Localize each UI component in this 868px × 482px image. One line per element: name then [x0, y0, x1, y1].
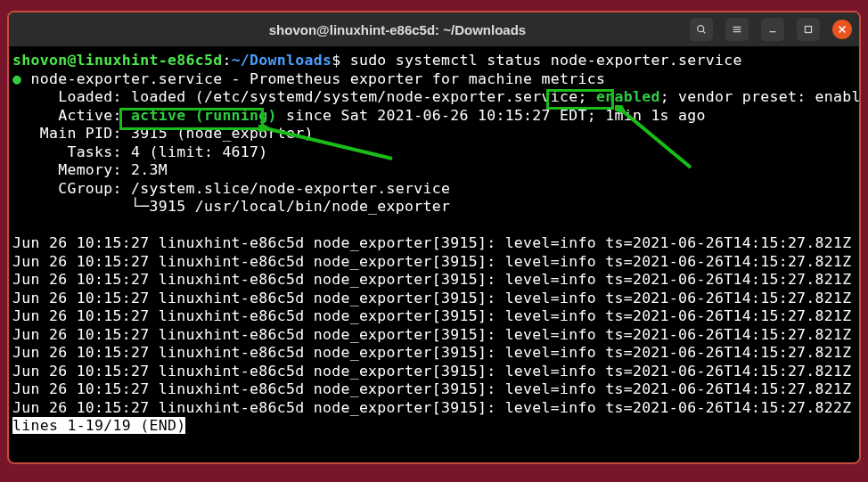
- log-line: Jun 26 10:15:27 linuxhint-e86c5d node_ex…: [12, 344, 859, 361]
- cgroup-line: CGroup: /system.slice/node-exporter.serv…: [12, 180, 450, 197]
- log-line: Jun 26 10:15:27 linuxhint-e86c5d node_ex…: [12, 326, 859, 343]
- loaded-pre: loaded (/etc/systemd/system/node-exporte…: [131, 88, 596, 105]
- active-since: since Sat 2021-06-26 10:15:27 EDT; 1min …: [277, 107, 706, 124]
- log-line: Jun 26 10:15:27 linuxhint-e86c5d node_ex…: [12, 290, 859, 306]
- log-line: Jun 26 10:15:27 linuxhint-e86c5d node_ex…: [12, 271, 859, 288]
- log-line: Jun 26 10:15:27 linuxhint-e86c5d node_ex…: [12, 234, 859, 251]
- loaded-post: ; vendor preset: enabled): [660, 88, 859, 105]
- pager-status: lines 1-19/19 (END): [12, 417, 185, 434]
- svg-point-0: [698, 26, 704, 32]
- status-bullet: ●: [12, 70, 21, 87]
- prompt-user-host: shovon@linuxhint-e86c5d: [12, 52, 222, 69]
- log-line: Jun 26 10:15:27 linuxhint-e86c5d node_ex…: [12, 363, 859, 380]
- terminal-window: shovon@linuxhint-e86c5d: ~/Downloads sho…: [7, 11, 861, 464]
- svg-rect-6: [806, 27, 812, 33]
- command-text: sudo systemctl status node-exporter.serv…: [350, 52, 742, 69]
- maximize-button[interactable]: [797, 18, 820, 41]
- memory-line: Memory: 2.3M: [12, 161, 168, 178]
- loaded-label: Loaded:: [12, 88, 131, 105]
- terminal-output[interactable]: shovon@linuxhint-e86c5d:~/Downloads$ sud…: [9, 46, 859, 441]
- window-title: shovon@linuxhint-e86c5d: ~/Downloads: [105, 22, 690, 37]
- loaded-enabled: enabled: [596, 88, 660, 105]
- log-line: Jun 26 10:15:27 linuxhint-e86c5d node_ex…: [12, 307, 859, 324]
- search-button[interactable]: [690, 18, 713, 41]
- service-description: node-exporter.service - Prometheus expor…: [21, 70, 605, 87]
- tasks-line: Tasks: 4 (limit: 4617): [12, 143, 268, 160]
- active-value: active (running): [131, 107, 277, 124]
- log-line: Jun 26 10:15:27 linuxhint-e86c5d node_ex…: [12, 399, 859, 416]
- window-titlebar: shovon@linuxhint-e86c5d: ~/Downloads: [9, 12, 859, 46]
- svg-line-1: [703, 31, 706, 34]
- log-line: Jun 26 10:15:27 linuxhint-e86c5d node_ex…: [12, 253, 859, 270]
- close-button[interactable]: [832, 20, 852, 39]
- main-pid-line: Main PID: 3915 (node_exporter): [12, 125, 314, 142]
- active-label: Active:: [12, 107, 131, 124]
- menu-button[interactable]: [725, 18, 749, 41]
- log-line: Jun 26 10:15:27 linuxhint-e86c5d node_ex…: [12, 380, 859, 397]
- minimize-button[interactable]: [761, 18, 784, 41]
- prompt-dollar: $: [332, 52, 349, 69]
- cgroup-child-line: └─3915 /usr/local/bin/node_exporter: [12, 198, 450, 215]
- prompt-colon: :: [222, 52, 231, 69]
- prompt-cwd: ~/Downloads: [232, 52, 332, 69]
